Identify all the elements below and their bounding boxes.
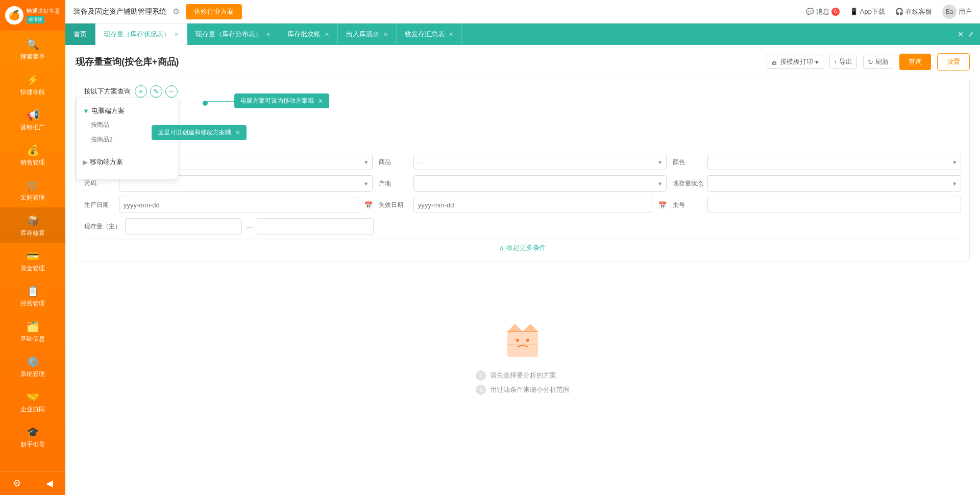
filter-label: 按以下方案查询 [84,87,131,96]
online-support-label: 在线客服 [905,7,932,16]
settings-btn[interactable]: 设置 [937,53,970,70]
sidebar-item-label: 采购管理 [20,194,45,202]
headset-icon: 🎧 [895,8,903,15]
empty-svg [497,311,548,362]
filter-stock-qty: 现存量（主） — [84,218,374,234]
logo-text: 畅通道好生意 标准版 [27,7,60,23]
topbar-title: 装备及固定资产辅助管理系统 [74,7,166,16]
tab-batch-account[interactable]: 库存批次账 ✕ [279,23,338,45]
scheme-tooltip-2-close[interactable]: ✕ [235,129,240,136]
sidebar-item-base[interactable]: 🗂️ 基础信息 [0,313,65,348]
inventory-icon: 📦 [27,215,39,227]
product-select[interactable]: ··· ▾ [413,154,667,170]
refresh-btn[interactable]: ↻ 刷新 [863,55,893,69]
sidebar-item-marketing[interactable]: 📢 营销推广 [0,102,65,137]
select-arrow-icon-2: ▾ [658,158,662,166]
quick-icon: ⚡ [27,74,39,86]
sidebar-item-inventory[interactable]: 📦 库存核算 [0,207,65,243]
logo-icon: 🍊 [5,6,23,25]
sidebar-item-search[interactable]: 🔍 搜索菜单 [0,31,65,66]
app-download-btn[interactable]: 📱 App下载 [850,7,885,16]
query-btn[interactable]: 查询 [899,54,931,70]
notification-badge: 6 [831,8,840,16]
tab-inventory-status-close[interactable]: ✕ [174,31,179,38]
filter-rows: 仓库 ··· ▾ 商品 ··· ▾ [84,154,961,234]
scheme-group-pc-title[interactable]: ▼ 电脑端方案 [83,104,172,117]
sidebar-item-label: 快捷导航 [20,88,45,97]
topbar: 装备及固定资产辅助管理系统 ⚙ 体验行业方案 💬 消息 6 📱 App下载 🎧 … [65,0,980,23]
sidebar-item-enterprise[interactable]: 🤝 企业协同 [0,384,65,419]
sidebar-item-quick[interactable]: ⚡ 快捷导航 [0,66,65,102]
chevron-right-icon: ▼ [83,107,89,115]
sidebar-item-label: 新手引导 [20,440,45,449]
sidebar-item-sales[interactable]: 💰 销售管理 [0,137,65,172]
sidebar-item-label: 资金管理 [20,264,45,273]
sidebar-item-purchase[interactable]: 🛒 采购管理 [0,172,65,207]
sidebar-item-label: 搜索菜单 [20,53,45,61]
collapse-filter-btn[interactable]: ∧ 收起更多条件 [84,240,961,255]
sidebar-logo: 🍊 畅通道好生意 标准版 [0,0,65,31]
prod-date-input[interactable] [119,197,358,213]
purchase-icon: 🛒 [27,179,39,192]
tab-in-out-flow-close[interactable]: ✕ [383,31,388,38]
scheme-tooltip-1-close[interactable]: ✕ [318,98,323,105]
export-btn[interactable]: ↑ 导出 [829,55,857,69]
stock-status-select[interactable]: ▾ [707,175,961,192]
tab-home-label: 首页 [74,30,87,39]
scheme-group-mobile-title[interactable]: ▶ 移动端方案 [83,155,172,169]
tab-home[interactable]: 首页 [65,23,95,45]
sidebar-item-operations[interactable]: 📋 经营管理 [0,278,65,313]
empty-illustration [497,311,548,362]
empty-step-1: ① 请先选择要分析的方案 [476,370,570,381]
tab-inventory-dist[interactable]: 现存量（库存分布表） ✕ [187,23,279,45]
back-scheme-btn[interactable]: ← [165,85,178,98]
color-select[interactable]: ▾ [707,154,961,170]
tab-receive-summary-close[interactable]: ✕ [449,31,453,38]
sidebar-collapse-btn[interactable]: ◀ [46,478,53,489]
select-arrow-icon-5: ▾ [658,180,662,187]
batch-no-input[interactable] [707,197,961,213]
stock-qty-max-input[interactable] [257,218,374,234]
sidebar-item-label: 企业协同 [20,405,45,414]
topbar-settings-icon[interactable]: ⚙ [173,7,180,16]
sidebar-item-system[interactable]: ⚙️ 系统管理 [0,348,65,384]
edit-scheme-btn[interactable]: ✎ [150,85,162,98]
sidebar-settings-btn[interactable]: ⚙ [13,478,21,489]
tab-fullscreen-icon[interactable]: ⤢ [968,30,974,38]
notifications-btn[interactable]: 💬 消息 6 [806,7,840,16]
calendar-icon-2[interactable]: 📅 [658,201,667,209]
sidebar-item-finance[interactable]: 💳 资金管理 [0,243,65,278]
calendar-icon-1[interactable]: 📅 [364,201,373,209]
connector-dot-1 [203,101,208,106]
filter-row-1: 仓库 ··· ▾ 商品 ··· ▾ [84,154,961,170]
filter-stock-status: 现存量状态 ▾ [673,175,961,192]
tab-inventory-dist-close[interactable]: ✕ [266,31,271,38]
dropdown-arrow-icon: ▾ [815,58,819,66]
tab-in-out-flow[interactable]: 出入库流水 ✕ [338,23,397,45]
svg-point-3 [516,339,519,342]
user-initial: Ea [946,8,953,15]
solution-btn[interactable]: 体验行业方案 [186,4,242,19]
tab-batch-account-close[interactable]: ✕ [325,31,329,38]
online-support-btn[interactable]: 🎧 在线客服 [895,7,932,16]
app-download-label: App下载 [860,7,885,16]
add-scheme-btn[interactable]: + [135,85,147,98]
tab-receive-summary[interactable]: 收发存汇总表 ✕ [397,23,462,45]
origin-select[interactable]: ▾ [413,175,667,192]
select-arrow-icon: ▾ [364,158,368,166]
tab-receive-summary-label: 收发存汇总表 [405,30,445,39]
sidebar-item-label: 经营管理 [20,299,45,308]
tab-close-all-icon[interactable]: ✕ [958,30,964,38]
scheme-tooltip-1: 电脑方案可设为移动方案哦 ✕ [234,93,329,108]
empty-step-2: ② 用过滤条件来缩小分析范围 [476,385,570,395]
filter-row-2: 尺码 ▾ 产地 ▾ [84,175,961,192]
sidebar-item-guide[interactable]: 🎓 新手引导 [0,419,65,454]
expire-date-input[interactable] [413,197,653,213]
tabs-actions: ✕ ⤢ [958,30,980,38]
tab-inventory-status[interactable]: 现存量（库存状况表） ✕ [95,23,187,45]
filter-product: 商品 ··· ▾ [379,154,667,170]
print-template-btn[interactable]: 🖨 按模板打印 ▾ [767,55,823,69]
user-avatar-btn[interactable]: Ea 用户 [942,5,972,19]
filter-section: 按以下方案查询 + ✎ ← ▼ 电脑端方案 [76,79,970,262]
stock-qty-min-input[interactable] [125,218,242,234]
